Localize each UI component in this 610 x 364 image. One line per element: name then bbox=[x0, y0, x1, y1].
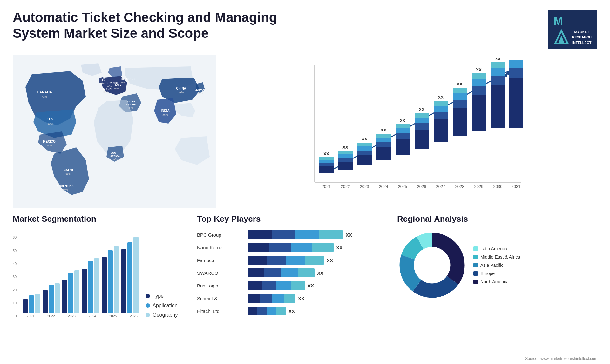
svg-text:xx%: xx% bbox=[62, 188, 68, 191]
svg-rect-78 bbox=[434, 106, 448, 112]
svg-rect-54 bbox=[357, 146, 372, 151]
svg-text:XX: XX bbox=[495, 58, 501, 61]
player-bar-row-6: XX bbox=[248, 307, 388, 315]
svg-text:xx%: xx% bbox=[178, 91, 184, 94]
regional-label-asia-pacific: Asia Pacific bbox=[480, 263, 503, 268]
regional-legend-latin-america: Latin America bbox=[473, 246, 520, 251]
seg-legend: Type Application Geography bbox=[146, 293, 178, 318]
svg-text:CANADA: CANADA bbox=[37, 90, 52, 94]
legend-dot-application bbox=[146, 303, 150, 308]
svg-text:XX: XX bbox=[342, 145, 348, 150]
donut-svg bbox=[397, 230, 467, 300]
svg-text:BRAZIL: BRAZIL bbox=[63, 168, 74, 172]
legend-dot-geography bbox=[146, 313, 150, 317]
regional-legend-asia-pacific: Asia Pacific bbox=[473, 263, 520, 268]
player-xx-5: XX bbox=[298, 296, 304, 301]
svg-text:U.S.: U.S. bbox=[47, 117, 54, 121]
svg-rect-96 bbox=[491, 68, 505, 76]
svg-rect-43 bbox=[319, 157, 334, 160]
svg-rect-61 bbox=[376, 134, 391, 138]
barchart-section: XX 2021 XX 2022 XX 2023 bbox=[229, 55, 597, 208]
svg-text:SOUTH: SOUTH bbox=[111, 152, 119, 154]
player-xx-1: XX bbox=[336, 245, 342, 250]
svg-rect-76 bbox=[434, 119, 448, 142]
source-text: Source : www.marketresearchintellect.com bbox=[525, 356, 597, 361]
svg-text:XX: XX bbox=[362, 137, 367, 141]
seg-bars bbox=[21, 230, 142, 313]
legend-geography: Geography bbox=[146, 312, 178, 318]
svg-rect-48 bbox=[338, 154, 353, 158]
player-bar-row-5: XX bbox=[248, 294, 388, 303]
seg-year-2025 bbox=[102, 246, 119, 313]
svg-text:xx%: xx% bbox=[114, 87, 119, 90]
svg-rect-52 bbox=[357, 155, 372, 165]
svg-text:CHINA: CHINA bbox=[176, 87, 186, 90]
regional-dot-north-america bbox=[473, 280, 478, 284]
svg-text:XX: XX bbox=[457, 82, 463, 86]
legend-label-geography: Geography bbox=[152, 312, 178, 318]
player-name-2: Famoco bbox=[197, 258, 241, 263]
svg-text:MEXICO: MEXICO bbox=[43, 140, 56, 143]
player-name-0: BPC Group bbox=[197, 232, 241, 238]
seg-y-axis: 60 50 40 30 20 10 0 bbox=[13, 235, 18, 318]
svg-text:xx%: xx% bbox=[103, 91, 108, 93]
svg-rect-53 bbox=[357, 151, 372, 155]
seg-year-2023 bbox=[62, 270, 79, 313]
player-bar-row-4: XX bbox=[248, 281, 388, 290]
logo-icon bbox=[553, 29, 569, 45]
svg-text:2024: 2024 bbox=[379, 184, 388, 189]
svg-text:INDIA: INDIA bbox=[161, 109, 169, 112]
svg-text:2028: 2028 bbox=[455, 184, 464, 189]
segmentation-title: Market Segmentation bbox=[13, 214, 187, 224]
svg-text:2029: 2029 bbox=[474, 184, 484, 189]
svg-text:xx%: xx% bbox=[101, 82, 105, 85]
svg-text:SPAIN: SPAIN bbox=[103, 87, 112, 90]
svg-text:xx%: xx% bbox=[42, 95, 47, 98]
logo-line3: INTELLECT bbox=[572, 40, 592, 45]
svg-rect-89 bbox=[472, 86, 486, 95]
regional-section: Regional Analysis bbox=[397, 214, 597, 318]
seg-year-2026 bbox=[121, 237, 139, 313]
svg-text:XX: XX bbox=[476, 67, 482, 72]
regional-label-north-america: North America bbox=[480, 279, 509, 284]
svg-rect-65 bbox=[396, 133, 410, 139]
page: Automatic Ticket Checking and Managing S… bbox=[0, 0, 610, 364]
svg-rect-79 bbox=[434, 101, 448, 106]
svg-rect-73 bbox=[415, 113, 429, 118]
svg-text:2025: 2025 bbox=[398, 184, 407, 189]
svg-text:xx%: xx% bbox=[48, 122, 53, 125]
regional-legend-europe: Europe bbox=[473, 271, 520, 276]
svg-rect-83 bbox=[453, 100, 467, 108]
svg-rect-101 bbox=[509, 68, 523, 78]
seg-year-2022 bbox=[43, 283, 60, 313]
svg-rect-97 bbox=[491, 62, 505, 68]
player-xx-6: XX bbox=[288, 308, 295, 314]
svg-text:xx%: xx% bbox=[46, 144, 52, 147]
donut-chart bbox=[397, 230, 467, 300]
svg-rect-95 bbox=[491, 76, 505, 85]
regional-dot-latin-america bbox=[473, 246, 478, 251]
legend-application: Application bbox=[146, 303, 178, 308]
player-bar-row-0: XX bbox=[248, 230, 388, 239]
logo-line2: RESEARCH bbox=[572, 35, 592, 40]
bar-chart-svg: XX 2021 XX 2022 XX 2023 bbox=[229, 58, 597, 205]
svg-rect-67 bbox=[396, 124, 410, 128]
svg-rect-85 bbox=[453, 88, 467, 93]
svg-text:2026: 2026 bbox=[417, 184, 426, 189]
svg-text:XX: XX bbox=[400, 118, 405, 123]
seg-year-2024 bbox=[82, 258, 99, 313]
regional-dot-asia-pacific bbox=[473, 263, 478, 267]
logo-area: MARKET RESEARCH INTELLECT bbox=[548, 10, 597, 49]
legend-dot-type bbox=[146, 294, 150, 298]
svg-rect-40 bbox=[319, 166, 334, 173]
player-xx-4: XX bbox=[308, 283, 314, 288]
world-map: CANADA xx% U.S. xx% MEXICO xx% BRAZIL xx… bbox=[13, 55, 216, 208]
svg-rect-88 bbox=[472, 95, 486, 131]
svg-text:AFRICA: AFRICA bbox=[110, 155, 120, 158]
svg-text:XX: XX bbox=[515, 58, 521, 59]
donut-container: Latin America Middle East & Africa Asia … bbox=[397, 230, 597, 300]
svg-text:2027: 2027 bbox=[436, 184, 445, 189]
player-name-4: Bus Logic bbox=[197, 283, 241, 288]
regional-label-middle-east: Middle East & Africa bbox=[480, 254, 520, 260]
svg-rect-46 bbox=[338, 162, 353, 170]
